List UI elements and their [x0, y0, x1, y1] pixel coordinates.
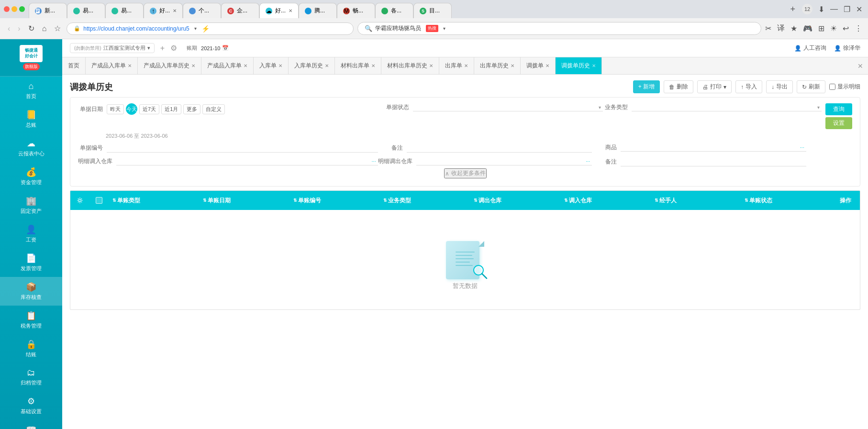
settings-filter-button[interactable]: 设置: [825, 117, 852, 129]
th-transfer-out[interactable]: ⇅ 调出仓库: [470, 197, 560, 205]
tab-bar-close-all[interactable]: ✕: [853, 62, 868, 70]
th-doc-type[interactable]: ⇅ 单账类型: [109, 197, 199, 205]
page-tab-out-close[interactable]: ✕: [464, 63, 468, 68]
date-btn-1month[interactable]: 近1月: [161, 104, 181, 114]
date-btn-today[interactable]: 今天: [126, 103, 137, 115]
page-tab-in-history-close[interactable]: ✕: [325, 63, 329, 68]
browser-tab-2[interactable]: 易...: [67, 3, 105, 18]
remark-filter-input[interactable]: [407, 143, 592, 153]
sidebar-item-closing[interactable]: 🔒 结账: [0, 334, 62, 363]
th-business-type[interactable]: ⇅ 业务类型: [379, 197, 470, 205]
goods-more-btn[interactable]: ···: [800, 144, 804, 150]
browser-tab-8[interactable]: 腾...: [299, 3, 337, 18]
th-settings[interactable]: [70, 197, 89, 204]
browser-tab-4[interactable]: ↑ 好... ✕: [144, 3, 183, 18]
browser-tab-3[interactable]: 易...: [105, 3, 144, 18]
query-button[interactable]: 查询: [825, 103, 852, 115]
page-tab-transfer[interactable]: 调拨单 ✕: [521, 57, 556, 75]
date-btn-custom[interactable]: 自定义: [202, 104, 225, 114]
detail-in-filter-select[interactable]: ···: [116, 157, 378, 165]
sidebar-item-reports[interactable]: ☁ 云报表中心: [0, 133, 62, 162]
tab-close-4[interactable]: ✕: [173, 8, 177, 13]
import-button[interactable]: ↑ 导入: [735, 80, 762, 93]
sidebar-item-tax[interactable]: 📋 税务管理: [0, 306, 62, 334]
delete-button[interactable]: 🗑 删除: [664, 80, 693, 93]
remark2-filter-input[interactable]: [621, 157, 806, 166]
th-doc-status[interactable]: ⇅ 单账状态: [741, 197, 831, 205]
search-bar[interactable]: 🔍 学霸应聘场驱鸟员 热搜 ▾: [357, 22, 761, 35]
browser-tab-10[interactable]: 各...: [375, 3, 413, 18]
tab-count-badge[interactable]: 12: [802, 4, 812, 14]
browser-tab-9[interactable]: M 畅...: [337, 3, 375, 18]
th-handler[interactable]: ⇅ 经手人: [651, 197, 741, 205]
forward-button[interactable]: ›: [16, 22, 22, 35]
browser-tab-1[interactable]: 新...: [29, 3, 67, 18]
minimize-icon[interactable]: —: [828, 5, 840, 13]
page-tab-product-in-history-close[interactable]: ✕: [191, 63, 195, 68]
print-button[interactable]: 🖨 打印 ▾: [697, 80, 732, 93]
page-tab-product-in[interactable]: 产成品入库单 ✕: [86, 57, 138, 75]
th-checkbox[interactable]: [89, 197, 109, 204]
business-type-filter-select[interactable]: ▾: [632, 104, 822, 111]
brightness-icon[interactable]: ☀: [830, 24, 837, 33]
detail-out-more-btn[interactable]: ···: [586, 158, 590, 164]
restore-icon[interactable]: ❐: [842, 5, 852, 14]
browser-tab-6[interactable]: C 企...: [221, 3, 259, 18]
page-tab-product-in2[interactable]: 产成品入库单 ✕: [201, 57, 254, 75]
collapse-button[interactable]: ∧ 收起更多条件: [444, 168, 487, 178]
window-close-btn[interactable]: [4, 6, 10, 12]
close-icon[interactable]: ✕: [854, 5, 864, 14]
grid-icon[interactable]: ⊞: [818, 24, 824, 33]
date-btn-7days[interactable]: 近7天: [139, 104, 159, 114]
browser-tab-7[interactable]: ☁ 好... ✕: [259, 3, 299, 18]
browser-tab-11[interactable]: S 目...: [413, 3, 452, 18]
window-minimize-btn[interactable]: [11, 6, 17, 12]
page-tab-out-history-close[interactable]: ✕: [511, 63, 514, 68]
undo-icon[interactable]: ↩: [843, 24, 849, 33]
th-transfer-in[interactable]: ⇅ 调入仓库: [560, 197, 651, 205]
page-tab-in-close[interactable]: ✕: [278, 63, 282, 68]
page-tab-material-out-history-close[interactable]: ✕: [429, 63, 433, 68]
detail-in-more-btn[interactable]: ···: [372, 158, 376, 164]
company-settings-icon[interactable]: ⚙: [170, 44, 177, 53]
new-button[interactable]: + 新增: [633, 80, 660, 93]
docno-filter-input[interactable]: [107, 143, 378, 153]
game-icon[interactable]: 🎮: [803, 24, 812, 33]
window-maximize-btn[interactable]: [19, 6, 25, 12]
sidebar-item-home[interactable]: ⌂ 首页: [0, 77, 62, 105]
header-checkbox[interactable]: [96, 197, 102, 204]
page-tab-product-in-history[interactable]: 产成品入库单历史 ✕: [138, 57, 201, 75]
page-tab-out[interactable]: 出库单 ✕: [439, 57, 474, 75]
add-company-button[interactable]: +: [160, 44, 165, 53]
page-tab-material-out[interactable]: 材料出库单 ✕: [335, 57, 381, 75]
page-tab-product-in-close[interactable]: ✕: [128, 63, 132, 68]
show-detail-checkbox[interactable]: [829, 84, 835, 90]
user-menu[interactable]: 👤 徐泽华: [834, 44, 860, 52]
scissors-icon[interactable]: ✂: [765, 24, 771, 33]
address-bar[interactable]: 🔒 https://cloud.chanjet.com/accounting/u…: [67, 22, 354, 35]
sidebar-item-funds[interactable]: 💰 资金管理: [0, 162, 62, 191]
page-tab-material-out-close[interactable]: ✕: [371, 63, 375, 68]
customer-service-btn[interactable]: 👤 人工咨询: [794, 44, 826, 52]
page-tab-transfer-history[interactable]: 调拨单历史 ✕: [556, 57, 602, 75]
tab-close-7[interactable]: ✕: [289, 8, 292, 13]
th-doc-date[interactable]: ⇅ 单账日期: [199, 197, 289, 205]
back-button[interactable]: ‹: [6, 22, 12, 35]
menu-icon[interactable]: ⋮: [855, 24, 862, 33]
detail-out-filter-select[interactable]: ···: [416, 157, 592, 165]
translate-icon[interactable]: 译: [777, 23, 785, 33]
page-tab-product-in2-close[interactable]: ✕: [244, 63, 247, 68]
browser-tab-5[interactable]: 个...: [183, 3, 221, 18]
date-btn-more[interactable]: 更多: [183, 104, 200, 114]
page-tab-out-history[interactable]: 出库单历史 ✕: [474, 57, 521, 75]
company-select[interactable]: (勿删勿禁用) 江西服宝测试专用 ▾: [70, 43, 155, 53]
address-extra-icon[interactable]: ⚡: [201, 25, 210, 33]
download-icon[interactable]: ⬇: [816, 5, 826, 14]
sidebar-item-ledger[interactable]: 📒 总账: [0, 105, 62, 133]
reload-button[interactable]: ↻: [26, 22, 36, 35]
refresh-button[interactable]: ↻ 刷新: [797, 80, 825, 93]
sidebar-item-archive[interactable]: 🗂 归档管理: [0, 363, 62, 391]
date-btn-yesterday[interactable]: 昨天: [107, 104, 124, 114]
sidebar-item-assets[interactable]: 🏢 固定资产: [0, 191, 62, 220]
period-value[interactable]: 2021-10 📅: [201, 45, 229, 51]
